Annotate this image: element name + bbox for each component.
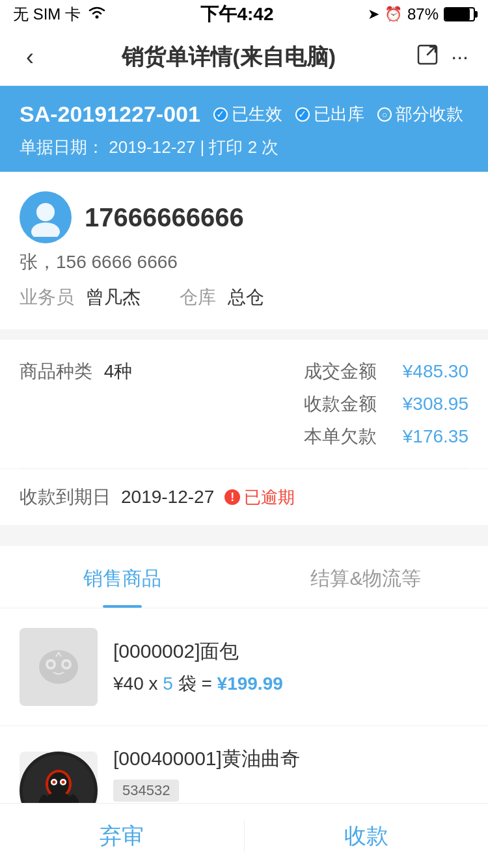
alarm-icon: ⏰ [385,6,402,23]
status-time: 下午4:42 [200,2,273,27]
debt-amount-label: 本单欠款 [304,424,377,449]
debt-amount-value: ¥176.35 [403,426,468,447]
divider-2 [0,525,488,536]
deal-amount-row: 成交金额 ¥485.30 [304,359,468,384]
customer-contact: 张，156 6666 6666 [20,250,468,275]
status-bar: 无 SIM 卡 下午4:42 ➤ ⏰ 87% [0,0,488,29]
bottom-bar: 弃审 收款 [0,803,488,868]
overdue-warning-icon: ! [224,489,240,505]
customer-meta: 业务员 曾凡杰 仓库 总仓 [20,285,468,310]
customer-name: 17666666666 [85,203,244,232]
product-name-2: [000400001]黄油曲奇 [113,746,468,772]
deal-amount-value: ¥485.30 [403,361,468,382]
status-tag-3: ○ 部分收款 [377,103,463,126]
types-count: 4种 [104,361,133,381]
salesperson-field: 业务员 曾凡杰 [20,285,141,310]
summary-left: 商品种类 4种 [20,359,132,384]
collect-payment-button[interactable]: 收款 [245,808,489,864]
clock-icon: ○ [377,107,392,122]
print-label: | 打印 [200,137,243,157]
warehouse-field: 仓库 总仓 [180,285,264,310]
warehouse-label: 仓库 [180,287,216,307]
more-button[interactable]: ··· [451,45,468,69]
received-amount-row: 收款金额 ¥308.95 [304,392,468,416]
overdue-text: 已逾期 [244,486,295,509]
product-tag-2: 534532 [113,780,179,802]
order-id-row: SA-20191227-001 ✓ 已生效 ✓ 已出库 ○ 部分收款 [20,102,468,127]
share-button[interactable] [417,44,438,70]
customer-section: 17666666666 张，156 6666 6666 业务员 曾凡杰 仓库 总… [0,172,488,329]
svg-point-0 [96,16,99,19]
battery-icon [444,7,475,21]
check-icon-2: ✓ [295,107,310,122]
print-count: 2 [248,137,257,157]
svg-point-7 [48,662,53,667]
debt-amount-row: 本单欠款 ¥176.35 [304,424,468,449]
cancel-review-button[interactable]: 弃审 [0,808,244,864]
overdue-badge: ! 已逾期 [224,486,295,509]
divider-1 [0,329,488,340]
svg-point-14 [53,781,56,784]
battery-percent: 87% [407,5,439,23]
product-name-1: [0000002]面包 [113,638,468,665]
status-tag-2: ✓ 已出库 [295,103,364,126]
order-header: SA-20191227-001 ✓ 已生效 ✓ 已出库 ○ 部分收款 单据日期：… [0,86,488,172]
product-thumbnail-1 [20,628,98,706]
received-amount-value: ¥308.95 [403,394,468,414]
overdue-label: 收款到期日 [20,485,111,509]
deal-amount-label: 成交金额 [304,359,377,384]
types-label: 商品种类 [20,361,92,381]
salesperson-label: 业务员 [20,287,74,307]
warehouse-value: 总仓 [228,287,264,307]
summary-right: 成交金额 ¥485.30 收款金额 ¥308.95 本单欠款 ¥176.35 [304,359,468,449]
back-button[interactable]: ‹ [20,37,40,77]
overdue-date: 2019-12-27 [121,487,214,508]
svg-point-15 [62,781,65,784]
status-tag-1: ✓ 已生效 [213,103,282,126]
salesperson-value: 曾凡杰 [86,287,141,307]
nav-bar: ‹ 销货单详情(来自电脑) ··· [0,29,488,86]
order-date: 2019-12-27 [109,137,195,157]
order-date-row: 单据日期： 2019-12-27 | 打印 2 次 [20,136,468,159]
overdue-section: 收款到期日 2019-12-27 ! 已逾期 [0,469,488,525]
svg-point-3 [31,223,60,237]
product-price-row-1: ¥40 x 5 袋 = ¥199.99 [113,671,468,696]
status-left: 无 SIM 卡 [13,4,107,25]
svg-point-8 [64,662,69,667]
svg-point-4 [39,650,78,684]
print-suffix: 次 [262,137,278,157]
tab-sales-goods[interactable]: 销售商品 [0,546,244,608]
location-icon: ➤ [368,6,379,23]
order-id: SA-20191227-001 [20,102,200,127]
list-item: [0000002]面包 ¥40 x 5 袋 = ¥199.99 [0,608,488,726]
product-thumb-placeholder-1 [20,628,98,706]
page-title: 销货单详情(来自电脑) [122,42,336,72]
received-amount-label: 收款金额 [304,392,377,416]
customer-main: 17666666666 [20,191,468,243]
avatar [20,191,72,243]
summary-section: 商品种类 4种 成交金额 ¥485.30 收款金额 ¥308.95 本单欠款 ¥… [0,340,488,468]
check-icon-1: ✓ [213,107,228,122]
status-right: ➤ ⏰ 87% [368,5,475,23]
tab-settlement[interactable]: 结算&物流等 [244,546,488,608]
date-label: 单据日期： [20,137,104,157]
carrier-label: 无 SIM 卡 [13,4,81,25]
svg-point-2 [36,203,55,221]
wifi-icon [87,5,107,23]
tabs-container: 销售商品 结算&物流等 [0,546,488,608]
nav-actions: ··· [417,44,468,70]
product-info-1: [0000002]面包 ¥40 x 5 袋 = ¥199.99 [113,638,468,696]
